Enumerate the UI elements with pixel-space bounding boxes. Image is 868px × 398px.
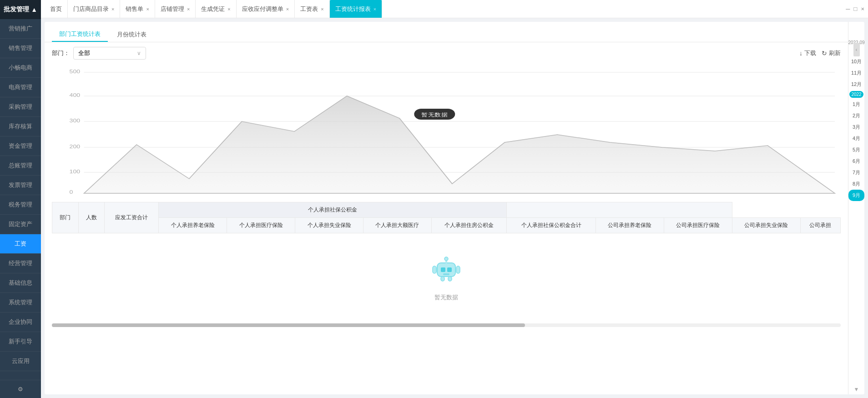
sidebar: 批发管理 ▲ 营销推广 销售管理 小畅电商 电商管理 采购管理 库存核算 资金管… (0, 0, 41, 398)
tab-store-catalog[interactable]: 门店商品目录 × (68, 0, 120, 18)
svg-text:200: 200 (70, 144, 81, 149)
svg-text:0: 0 (70, 189, 73, 195)
col-company-more: 公司承担 (800, 218, 840, 233)
sidebar-item-inventory[interactable]: 库存核算 (0, 117, 41, 136)
page-content: 部门工资统计表 月份统计表 部门： 全部 ∨ ↓ (45, 22, 848, 394)
sidebar-item-purchase[interactable]: 采购管理 (0, 97, 41, 117)
sidebar-item-system[interactable]: 系统管理 (0, 293, 41, 312)
dept-label: 部门： (52, 49, 70, 57)
tab-close-store-catalog[interactable]: × (111, 6, 114, 12)
toolbar-right: ↓ 下载 ↻ 刷新 (799, 49, 841, 57)
sidebar-item-operations[interactable]: 经营管理 (0, 254, 41, 273)
sidebar-item-finance[interactable]: 资金管理 (0, 136, 41, 156)
svg-point-17 (444, 257, 448, 261)
empty-text: 暂无数据 (434, 293, 458, 302)
svg-rect-18 (433, 266, 436, 273)
col-header-count: 人数 (78, 202, 105, 233)
close-window-icon[interactable]: × (861, 5, 864, 12)
month-dec[interactable]: 12月 (848, 79, 864, 90)
svg-text:400: 400 (70, 92, 81, 98)
tab-close-payroll[interactable]: × (321, 6, 323, 12)
sidebar-item-assets[interactable]: 固定资产 (0, 215, 41, 234)
sidebar-item-sales[interactable]: 销售管理 (0, 39, 41, 58)
sidebar-header[interactable]: 批发管理 ▲ (0, 0, 41, 19)
sidebar-item-collab[interactable]: 企业协同 (0, 312, 41, 332)
download-icon: ↓ (799, 50, 802, 57)
sidebar-item-invoice[interactable]: 发票管理 (0, 176, 41, 195)
sidebar-item-marketing[interactable]: 营销推广 (0, 19, 41, 39)
month-oct[interactable]: 10月 (848, 56, 864, 67)
content-area: 部门工资统计表 月份统计表 部门： 全部 ∨ ↓ (45, 22, 864, 394)
col-personal-housing-fund: 个人承担住房公积金 (431, 218, 506, 233)
sidebar-item-ecommerce-small[interactable]: 小畅电商 (0, 58, 41, 78)
tab-sales-order[interactable]: 销售单 × (120, 0, 155, 18)
svg-rect-21 (448, 277, 452, 281)
month-nov[interactable]: 11月 (848, 67, 864, 79)
month-mar[interactable]: 3月 (848, 121, 864, 133)
tab-payroll-report[interactable]: 工资统计报表 × (330, 0, 382, 18)
tab-bar: 首页 门店商品目录 × 销售单 × 店铺管理 × 生成凭证 × 应收应付调整单 … (41, 0, 868, 18)
tab-close-sales[interactable]: × (146, 6, 149, 12)
svg-rect-13 (441, 267, 445, 272)
svg-text:300: 300 (70, 118, 81, 123)
col-company-pension: 公司承担养老保险 (595, 218, 664, 233)
sub-tab-month[interactable]: 月份统计表 (110, 28, 154, 41)
main-area: 首页 门店商品目录 × 销售单 × 店铺管理 × 生成凭证 × 应收应付调整单 … (41, 0, 868, 398)
month-jan[interactable]: 1月 (848, 99, 864, 110)
sub-tab-bar: 部门工资统计表 月份统计表 (45, 22, 848, 42)
tab-store-mgmt[interactable]: 店铺管理 × (155, 0, 196, 18)
col-header-dept: 部门 (52, 202, 79, 233)
month-feb[interactable]: 2月 (848, 110, 864, 121)
month-sep[interactable]: 9月 (848, 190, 864, 201)
sub-tab-dept[interactable]: 部门工资统计表 (52, 27, 108, 42)
empty-robot-icon (428, 252, 464, 288)
col-personal-total: 个人承担社保公积金合计 (507, 218, 596, 233)
col-company-medical: 公司承担医疗保险 (664, 218, 732, 233)
sidebar-item-cloud[interactable]: 云应用 (0, 352, 41, 371)
maximize-icon[interactable]: □ (854, 5, 858, 12)
panel-toggle-button[interactable]: ‹ (853, 43, 860, 56)
refresh-button[interactable]: ↻ 刷新 (822, 49, 841, 57)
svg-rect-14 (447, 267, 452, 272)
scrollbar-thumb[interactable] (52, 323, 525, 327)
chart-area (84, 96, 835, 193)
chevron-down-icon: ∨ (137, 50, 141, 56)
col-header-personal-insurance: 个人承担社保公积金 (159, 202, 507, 218)
tab-close-store[interactable]: × (187, 6, 190, 12)
month-aug[interactable]: 8月 (848, 178, 864, 190)
month-may[interactable]: 5月 (848, 144, 864, 156)
tab-close-voucher[interactable]: × (227, 6, 230, 12)
tab-close-ar-ap[interactable]: × (286, 6, 289, 12)
year-2023-active[interactable]: 2022 (849, 91, 863, 98)
sidebar-item-guide[interactable]: 新手引导 (0, 332, 41, 352)
refresh-icon: ↻ (822, 50, 827, 57)
sidebar-item-ledger[interactable]: 总账管理 (0, 156, 41, 176)
toolbar-left: 部门： 全部 ∨ (52, 47, 146, 60)
svg-rect-19 (456, 266, 460, 273)
horizontal-scrollbar[interactable] (52, 323, 841, 327)
col-personal-major-medical: 个人承担大额医疗 (363, 218, 431, 233)
sidebar-item-ecommerce[interactable]: 电商管理 (0, 78, 41, 97)
sidebar-item-tax[interactable]: 税务管理 (0, 195, 41, 215)
month-apr[interactable]: 4月 (848, 133, 864, 144)
tab-close-payroll-report[interactable]: × (373, 6, 376, 12)
sidebar-item-payroll[interactable]: 工资 (0, 234, 41, 254)
tab-payroll[interactable]: 工资表 × (295, 0, 329, 18)
col-personal-pension: 个人承担养老保险 (159, 218, 227, 233)
sidebar-title: 批发管理 (4, 5, 29, 14)
tab-ar-ap[interactable]: 应收应付调整单 × (237, 0, 295, 18)
tab-home[interactable]: 首页 (45, 0, 68, 18)
dept-select[interactable]: 全部 ∨ (73, 47, 146, 60)
sidebar-item-basic-info[interactable]: 基础信息 (0, 273, 41, 293)
scroll-down-arrow[interactable]: ▼ (852, 384, 861, 394)
download-button[interactable]: ↓ 下载 (799, 49, 816, 57)
right-panel: ‹ 2022.09 ▲ 10月 11月 12月 2022 1月 2月 3月 4月… (848, 22, 864, 394)
month-jun[interactable]: 6月 (848, 156, 864, 167)
svg-text:500: 500 (70, 69, 81, 74)
col-personal-unemployment: 个人承担失业保险 (295, 218, 363, 233)
minimize-icon[interactable]: ─ (846, 5, 850, 12)
tab-voucher[interactable]: 生成凭证 × (196, 0, 236, 18)
sidebar-settings-button[interactable]: ⚙ (0, 380, 41, 398)
col-personal-medical: 个人承担医疗保险 (227, 218, 295, 233)
month-jul[interactable]: 7月 (848, 167, 864, 178)
